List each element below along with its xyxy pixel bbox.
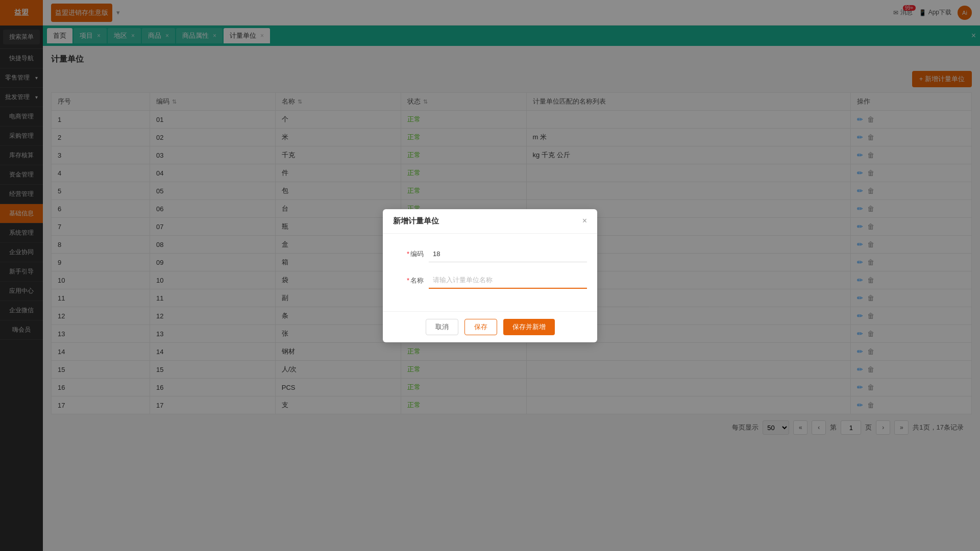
modal-overlay: 新增计量单位 × *编码 *名称 取消 保存 保存并新增 — [0, 0, 980, 551]
code-input[interactable] — [429, 246, 587, 262]
modal-footer: 取消 保存 保存并新增 — [383, 311, 597, 342]
name-field: *名称 — [393, 272, 587, 289]
name-label: *名称 — [393, 276, 424, 285]
save-and-new-button[interactable]: 保存并新增 — [503, 319, 555, 335]
name-input[interactable] — [429, 272, 587, 289]
save-button[interactable]: 保存 — [464, 319, 497, 335]
add-unit-modal: 新增计量单位 × *编码 *名称 取消 保存 保存并新增 — [383, 209, 597, 342]
modal-close-button[interactable]: × — [582, 216, 587, 226]
code-label: *编码 — [393, 249, 424, 259]
code-field: *编码 — [393, 246, 587, 262]
cancel-button[interactable]: 取消 — [426, 319, 458, 335]
modal-body: *编码 *名称 — [383, 234, 597, 311]
modal-title: 新增计量单位 — [393, 216, 439, 226]
modal-header: 新增计量单位 × — [383, 209, 597, 234]
